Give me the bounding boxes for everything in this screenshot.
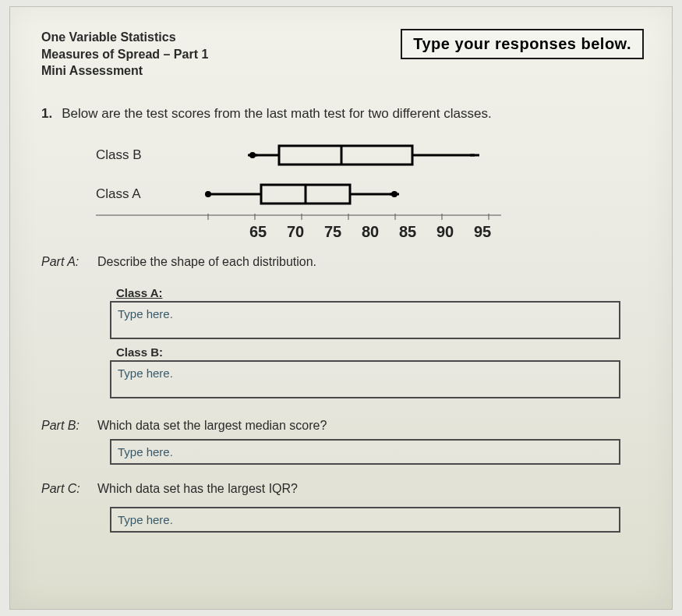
axis-line <box>96 214 501 223</box>
tick-80: 80 <box>352 223 389 241</box>
tick-75: 75 <box>314 223 352 241</box>
tick-70: 70 <box>277 223 314 241</box>
class-b-answer-label: Class B: <box>116 345 644 359</box>
part-b-row: Part B: Which data set the largest media… <box>41 419 644 433</box>
tick-95: 95 <box>464 223 501 241</box>
header-left: One Variable Statistics Measures of Spre… <box>41 29 208 80</box>
class-a-plot <box>182 179 501 210</box>
part-c-row: Part C: Which data set has the largest I… <box>41 482 644 496</box>
placeholder-text: Type here. <box>118 445 173 458</box>
class-b-answer-input[interactable]: Type here. <box>110 360 620 398</box>
question-1: 1. Below are the test scores from the la… <box>41 106 644 122</box>
title-line2: Measures of Spread – Part 1 <box>41 46 208 63</box>
tick-65: 65 <box>239 223 277 241</box>
part-c-answer-input[interactable]: Type here. <box>110 507 620 533</box>
tick-90: 90 <box>426 223 464 241</box>
header-row: One Variable Statistics Measures of Spre… <box>41 29 644 80</box>
class-a-label: Class A <box>96 186 182 202</box>
class-b-plot <box>182 140 501 171</box>
placeholder-text: Type here. <box>118 307 173 320</box>
part-a-row: Part A: Describe the shape of each distr… <box>41 255 644 269</box>
class-a-answer-input[interactable]: Type here. <box>110 301 620 339</box>
title-line1: One Variable Statistics <box>41 29 208 46</box>
part-b-label: Part B: <box>41 419 87 433</box>
boxplot-row-b: Class B <box>96 136 501 175</box>
part-c-prompt: Which data set has the largest IQR? <box>97 482 298 496</box>
part-c-label: Part C: <box>41 482 87 496</box>
part-b-answer-input[interactable]: Type here. <box>110 439 620 465</box>
class-b-label: Class B <box>96 147 182 163</box>
placeholder-text: Type here. <box>118 513 173 526</box>
instruction-box: Type your responses below. <box>401 29 644 59</box>
svg-point-11 <box>205 191 211 197</box>
placeholder-text: Type here. <box>118 366 173 380</box>
part-a-prompt: Describe the shape of each distribution. <box>97 255 316 269</box>
class-a-answer-label: Class A: <box>116 286 644 299</box>
question-text: Below are the test scores from the last … <box>62 106 491 122</box>
boxplot-chart: Class B Class A <box>96 136 501 241</box>
part-a-label: Part A: <box>41 255 87 269</box>
tick-85: 85 <box>389 223 426 241</box>
boxplot-row-a: Class A <box>96 175 501 214</box>
svg-rect-2 <box>279 146 412 165</box>
question-number: 1. <box>41 106 52 122</box>
worksheet-page: One Variable Statistics Measures of Spre… <box>9 6 673 610</box>
title-line3: Mini Assessment <box>41 62 208 80</box>
part-b-prompt: Which data set the largest median score? <box>97 419 327 433</box>
axis-ticks: 65 70 75 80 85 90 95 <box>185 223 501 241</box>
